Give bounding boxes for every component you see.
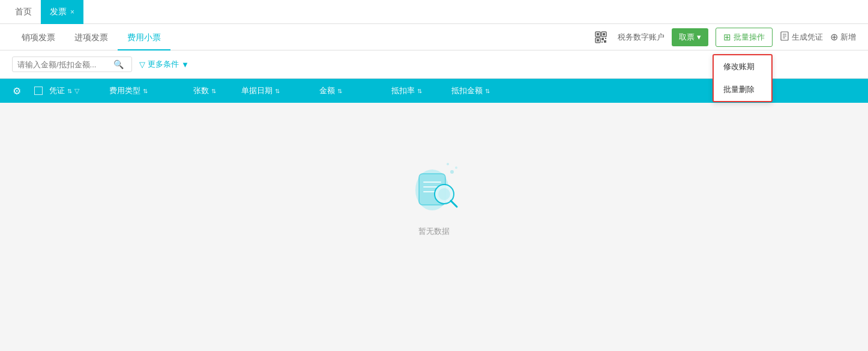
sub-tabs-bar: 销项发票 进项发票 费用小票 税务数字账户 取票 ▾	[0, 24, 868, 50]
shengcheng-label: 生成凭证	[792, 32, 823, 43]
modify-period-item[interactable]: 修改账期	[714, 55, 771, 78]
th-date[interactable]: 单据日期 ⇅	[241, 85, 319, 96]
svg-rect-7	[605, 38, 606, 39]
batch-delete-item[interactable]: 批量删除	[714, 78, 771, 101]
qupiao-button[interactable]: 取票 ▾	[672, 28, 708, 46]
sort-voucher-icon: ⇅	[67, 88, 72, 94]
sort-type-icon: ⇅	[143, 88, 148, 94]
invoice-tab-label: 发票	[50, 7, 67, 17]
search-wrap[interactable]: 🔍	[12, 56, 132, 72]
th-count-label: 张数	[193, 85, 209, 96]
sort-amount-icon: ⇅	[337, 88, 342, 94]
search-icon[interactable]: 🔍	[113, 60, 124, 69]
sort-deduct-amount-icon: ⇅	[485, 88, 490, 94]
tax-digital-button[interactable]: 税务数字账户	[618, 32, 665, 43]
th-date-label: 单据日期	[241, 85, 273, 96]
th-type[interactable]: 费用类型 ⇅	[109, 85, 193, 96]
svg-point-21	[438, 188, 450, 200]
piliang-wrap: ⊞ 批量操作 修改账期 批量删除	[716, 28, 773, 47]
th-count[interactable]: 张数 ⇅	[193, 85, 241, 96]
piliang-icon: ⊞	[723, 32, 731, 43]
qupiao-arrow: ▾	[697, 32, 701, 41]
more-filter-label: 更多条件	[148, 59, 179, 70]
th-deduct-rate[interactable]: 抵扣率 ⇅	[391, 85, 451, 96]
plus-icon: ⊕	[830, 31, 838, 43]
th-voucher-label: 凭证	[49, 85, 65, 96]
th-deduct-amount-label: 抵扣金额	[451, 85, 483, 96]
svg-rect-1	[597, 33, 599, 35]
svg-rect-9	[604, 40, 606, 43]
more-filter-button[interactable]: ▽ 更多条件 ▼	[139, 59, 189, 70]
tab-sales[interactable]: 销项发票	[12, 24, 65, 50]
svg-rect-6	[601, 38, 604, 40]
filter-voucher-icon[interactable]: ▽	[74, 87, 79, 95]
search-input[interactable]	[17, 60, 113, 69]
checkbox-icon	[34, 87, 43, 95]
toolbar-right: 税务数字账户 取票 ▾ ⊞ 批量操作 修改账期 批量删除	[591, 28, 856, 47]
th-voucher[interactable]: 凭证 ⇅ ▽	[49, 85, 109, 96]
invoice-tab[interactable]: 发票 ×	[41, 0, 83, 24]
svg-point-25	[447, 163, 449, 165]
sort-date-icon: ⇅	[275, 88, 280, 94]
tab-input[interactable]: 进项发票	[65, 24, 118, 50]
svg-point-24	[455, 166, 457, 169]
svg-rect-5	[597, 39, 599, 41]
qupiao-label: 取票	[679, 32, 695, 43]
qr-icon-button[interactable]	[591, 28, 610, 47]
piliang-dropdown-menu: 修改账期 批量删除	[713, 54, 773, 102]
filter-icon: ▽	[139, 60, 145, 69]
empty-illustration	[401, 151, 467, 219]
close-icon[interactable]: ×	[70, 8, 74, 16]
svg-rect-8	[601, 41, 603, 43]
home-tab[interactable]: 首页	[6, 7, 41, 17]
sort-deduct-rate-icon: ⇅	[417, 88, 422, 94]
top-nav: 首页 发票 ×	[0, 0, 868, 24]
piliang-label: 批量操作	[734, 32, 765, 43]
piliang-caozuo-button[interactable]: ⊞ 批量操作	[716, 28, 773, 47]
xinzeng-button[interactable]: ⊕ 新增	[830, 31, 856, 43]
shengcheng-button[interactable]: 生成凭证	[780, 31, 823, 43]
shengcheng-icon	[780, 31, 789, 43]
xinzeng-label: 新增	[840, 32, 856, 43]
more-filter-arrow: ▼	[181, 60, 189, 69]
svg-rect-3	[603, 33, 605, 35]
th-deduct-rate-label: 抵扣率	[391, 85, 415, 96]
th-amount[interactable]: 金额 ⇅	[319, 85, 391, 96]
empty-state: 暂无数据	[0, 103, 868, 261]
tab-expense[interactable]: 费用小票	[118, 24, 170, 50]
svg-line-22	[451, 201, 457, 207]
table-settings-icon[interactable]: ⚙	[6, 85, 28, 97]
table-select-all[interactable]	[28, 87, 49, 95]
empty-text: 暂无数据	[418, 226, 450, 237]
svg-point-23	[450, 170, 454, 174]
th-amount-label: 金额	[319, 85, 335, 96]
th-deduct-amount[interactable]: 抵扣金额 ⇅	[451, 85, 523, 96]
sort-count-icon: ⇅	[211, 88, 216, 94]
th-type-label: 费用类型	[109, 85, 140, 96]
